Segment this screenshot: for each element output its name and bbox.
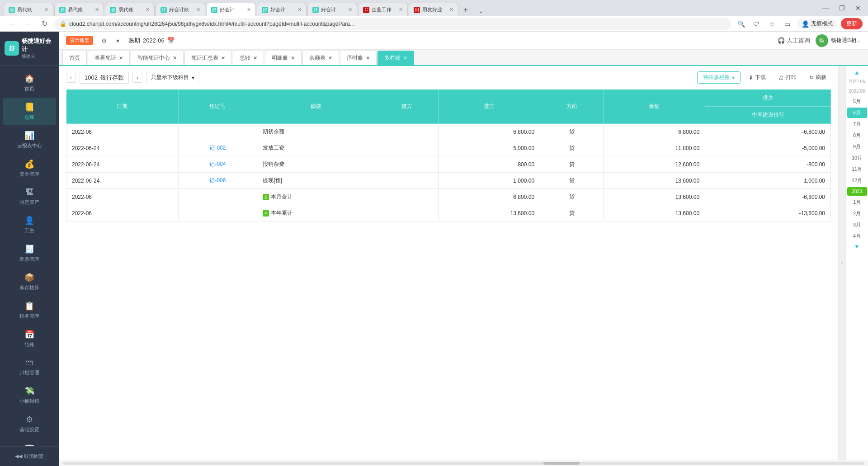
sidebar-item-inventory[interactable]: 📦 库存核算 bbox=[3, 268, 56, 296]
rs-item-sep[interactable]: 9月 bbox=[847, 141, 867, 152]
browser-tab-1[interactable]: 易 易代账 ✕ bbox=[4, 3, 53, 16]
tab-journal[interactable]: 序时账 ✕ bbox=[340, 51, 377, 65]
calendar-icon[interactable]: 📅 bbox=[167, 37, 175, 44]
rs-item-july[interactable]: 7月 bbox=[847, 119, 867, 129]
tab-close-9[interactable]: ✕ bbox=[449, 7, 453, 13]
tab-balance[interactable]: 余额表 ✕ bbox=[302, 51, 339, 65]
tab-close-6[interactable]: ✕ bbox=[297, 7, 302, 13]
collapse-handle[interactable]: › bbox=[838, 66, 845, 460]
tab-close-8[interactable]: ✕ bbox=[399, 7, 403, 13]
sidebar-item-closing[interactable]: 📅 结账 bbox=[3, 325, 56, 353]
tab-voucher-close[interactable]: ✕ bbox=[119, 55, 123, 61]
browser-tab-8[interactable]: C 企业工作 ✕ bbox=[358, 3, 408, 16]
dropdown-topbar-icon[interactable]: ▾ bbox=[112, 35, 123, 46]
browser-tab-5[interactable]: 好 好会计 ✕ bbox=[206, 3, 256, 16]
browser-tab-4[interactable]: 好 好会计账 ✕ bbox=[156, 3, 205, 16]
rs-item-aug[interactable]: 8月 bbox=[847, 130, 867, 141]
browser-tab-7[interactable]: 好 好会计 ✕ bbox=[307, 3, 357, 16]
tab-intelligent[interactable]: 智能凭证中心 ✕ bbox=[131, 51, 184, 65]
tab-close-1[interactable]: ✕ bbox=[44, 7, 48, 13]
tab-close-7[interactable]: ✕ bbox=[348, 7, 352, 13]
voucher-link[interactable]: 记-002 bbox=[209, 145, 226, 151]
new-tab-button[interactable]: + bbox=[459, 4, 472, 16]
voucher-link[interactable]: 记-004 bbox=[209, 161, 226, 167]
tab-detail-ledger[interactable]: 明细账 ✕ bbox=[265, 51, 302, 65]
rs-item-nov[interactable]: 11月 bbox=[847, 164, 867, 174]
tab-general-ledger[interactable]: 总账 ✕ bbox=[233, 51, 264, 65]
browser-tab-3[interactable]: 易 易代账 ✕ bbox=[105, 3, 155, 16]
rs-scroll-down[interactable]: ▼ bbox=[850, 242, 864, 251]
tab-balance-close[interactable]: ✕ bbox=[328, 55, 332, 61]
tab-close-4[interactable]: ✕ bbox=[196, 7, 200, 13]
search-icon[interactable]: 🔍 bbox=[735, 18, 747, 30]
tab-intelligent-close[interactable]: ✕ bbox=[173, 55, 177, 61]
sidebar-item-settings[interactable]: ⚙ 基础设置 bbox=[3, 410, 56, 438]
user-profile[interactable]: 👤 无痕模式 bbox=[797, 19, 837, 28]
rs-item-2022-06-2[interactable]: 2022.06 bbox=[847, 87, 867, 95]
rs-item-oct[interactable]: 10月 bbox=[847, 153, 867, 163]
multi-column-button[interactable]: 特殊多栏账 ▾ bbox=[697, 71, 741, 84]
tab-journal-close[interactable]: ✕ bbox=[366, 55, 370, 61]
filter-dropdown[interactable]: 只显示下级科目 ▾ bbox=[146, 72, 199, 83]
account-prev-button[interactable]: ‹ bbox=[66, 73, 76, 83]
unpin-button[interactable]: ◀◀ 取消固定 bbox=[3, 450, 56, 462]
sidebar-item-reports[interactable]: 📊 云报表中心 bbox=[3, 126, 56, 154]
settings-topbar-icon[interactable]: ⚙ bbox=[99, 35, 109, 46]
tab-list-button[interactable]: ⌄ bbox=[476, 5, 486, 16]
shield-icon[interactable]: 🛡 bbox=[750, 18, 763, 30]
rs-item-2022-06-1[interactable]: 2022.06 bbox=[847, 77, 867, 86]
star-icon[interactable]: ☆ bbox=[765, 18, 778, 30]
customer-service[interactable]: 🎧 人工咨询 bbox=[778, 37, 810, 45]
rs-item-apr[interactable]: 4月 bbox=[847, 231, 867, 241]
sidebar-item-payroll[interactable]: 👤 工资 bbox=[3, 211, 56, 239]
tab-multicolumn-close[interactable]: ✕ bbox=[403, 55, 407, 61]
tab-detail-ledger-close[interactable]: ✕ bbox=[291, 55, 295, 61]
tab-multicolumn[interactable]: 多栏账 ✕ bbox=[377, 51, 414, 65]
sidebar-item-invoice[interactable]: 🧾 发票管理 bbox=[3, 240, 56, 267]
rs-item-dec[interactable]: 12月 bbox=[847, 175, 867, 186]
tab-voucher-summary-close[interactable]: ✕ bbox=[221, 55, 225, 61]
browser-tab-2[interactable]: 易 易代账 ✕ bbox=[54, 3, 104, 16]
sidebar-item-funds[interactable]: 💰 资金管理 bbox=[3, 155, 56, 182]
rs-item-jan[interactable]: 1月 bbox=[847, 197, 867, 207]
sidebar-panel-icon[interactable]: ▭ bbox=[781, 18, 793, 30]
refresh-nav-button[interactable]: ↻ bbox=[38, 18, 51, 30]
forward-button[interactable]: → bbox=[22, 18, 34, 30]
rs-item-feb[interactable]: 2月 bbox=[847, 208, 867, 219]
close-button[interactable]: ✕ bbox=[852, 2, 864, 14]
back-button[interactable]: ← bbox=[5, 18, 18, 30]
update-button[interactable]: 更新 bbox=[841, 18, 863, 29]
table-refresh-button[interactable]: ↻ 刷新 bbox=[805, 72, 831, 83]
tab-voucher-summary[interactable]: 凭证汇总表 ✕ bbox=[184, 51, 232, 65]
tab-voucher[interactable]: 查看凭证 ✕ bbox=[88, 51, 130, 65]
browser-tab-9[interactable]: 用 用友好业 ✕ bbox=[409, 3, 458, 16]
sidebar-item-expense[interactable]: 💸 小畅报销 bbox=[3, 381, 56, 409]
tab-close-5[interactable]: ✕ bbox=[247, 7, 251, 13]
print-button[interactable]: 🖨 打印 bbox=[774, 72, 801, 83]
tab-home[interactable]: 首页 bbox=[62, 51, 87, 65]
account-code-box[interactable]: 1002 银行存款 bbox=[80, 72, 129, 84]
cell-voucher[interactable]: 记-002 bbox=[178, 140, 257, 156]
rs-item-mar[interactable]: 3月 bbox=[847, 220, 867, 230]
sidebar-item-home[interactable]: 🏠 首页 bbox=[3, 69, 56, 97]
account-next-button[interactable]: › bbox=[132, 73, 142, 83]
tab-general-ledger-close[interactable]: ✕ bbox=[253, 55, 257, 61]
sidebar-item-guide[interactable]: 📖 新手引导 bbox=[3, 438, 56, 446]
sidebar-item-archive[interactable]: 🗃 归档管理 bbox=[3, 353, 56, 381]
tab-close-3[interactable]: ✕ bbox=[146, 7, 150, 13]
tab-close-2[interactable]: ✕ bbox=[95, 7, 99, 13]
download-button[interactable]: ⬇ 下载 bbox=[744, 72, 770, 83]
sidebar-item-ledger[interactable]: 📒 总账 bbox=[3, 98, 56, 125]
cell-voucher[interactable]: 记-006 bbox=[178, 173, 257, 189]
browser-tab-6[interactable]: 好 好会计 ✕ bbox=[257, 3, 307, 16]
rs-item-june[interactable]: 6月 bbox=[847, 108, 867, 118]
url-bar[interactable]: 🔒 cloud2.chanjet.com/accounting/uh26t264… bbox=[54, 18, 731, 30]
minimize-button[interactable]: — bbox=[819, 2, 832, 14]
rs-scroll-up[interactable]: ▲ bbox=[850, 68, 864, 77]
voucher-link[interactable]: 记-006 bbox=[209, 177, 226, 184]
restore-button[interactable]: ❐ bbox=[835, 2, 848, 14]
rs-item-may[interactable]: 5月 bbox=[847, 96, 867, 107]
sidebar-item-assets[interactable]: 🏗 固定资产 bbox=[3, 183, 56, 210]
bottom-scrollbar[interactable] bbox=[59, 460, 868, 466]
cell-voucher[interactable]: 记-004 bbox=[178, 156, 257, 173]
